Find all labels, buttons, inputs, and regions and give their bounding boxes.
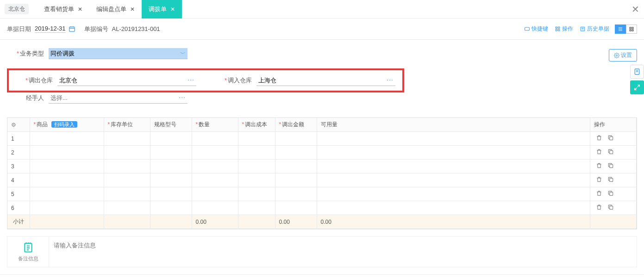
delete-icon[interactable] <box>596 190 602 197</box>
tab-label: 编辑盘点单 <box>96 5 126 13</box>
svg-rect-0 <box>69 27 75 31</box>
note-icon <box>22 241 34 253</box>
expand-icon[interactable] <box>630 80 644 94</box>
form-area: *业务类型 ﹀ *调出仓库 ··· *调入仓库 ··· <box>0 40 644 117</box>
docno-label: 单据编号 <box>84 25 108 33</box>
settings-button[interactable]: 设置 <box>609 49 637 62</box>
global-close-icon[interactable]: ✕ <box>631 4 639 15</box>
field-business-type: *业务类型 ﹀ <box>7 48 188 59</box>
warehouse-tag: 北京仓 <box>5 4 29 14</box>
svg-rect-2 <box>556 27 557 28</box>
shortcuts-link[interactable]: 快捷键 <box>524 25 548 33</box>
gear-icon[interactable]: ⚙ <box>11 122 16 128</box>
svg-rect-13 <box>610 137 613 140</box>
info-bar: 单据日期 2019-12-31 单据编号 AL-20191231-001 快捷键… <box>0 18 644 40</box>
copy-icon[interactable] <box>607 204 614 210</box>
remarks-panel: 备注信息 <box>7 236 637 267</box>
tab-edit-inventory[interactable]: 编辑盘点单 ✕ <box>89 0 142 18</box>
warehouse-highlight: *调出仓库 ··· *调入仓库 ··· <box>7 68 404 92</box>
table-row[interactable]: 4 <box>7 173 637 187</box>
delete-icon[interactable] <box>596 135 602 141</box>
items-grid: ⚙ *商品 扫码录入 *库存单位 规格型号 *数量 *调出成本 *调出金额 可用… <box>7 117 637 229</box>
remarks-title: 备注信息 <box>18 255 38 262</box>
operations-link[interactable]: 操作 <box>555 25 573 33</box>
more-icon[interactable]: ··· <box>179 93 186 101</box>
close-icon[interactable]: ✕ <box>170 6 175 12</box>
footer-bar: 放弃 保存草稿 保存&新增︿ <box>0 274 644 277</box>
close-icon[interactable]: ✕ <box>78 6 82 12</box>
table-row[interactable]: 5 <box>7 187 637 201</box>
svg-rect-4 <box>556 30 557 31</box>
table-row[interactable]: 1 <box>7 132 637 146</box>
svg-rect-18 <box>610 206 613 209</box>
copy-icon[interactable] <box>607 162 614 169</box>
date-value[interactable]: 2019-12-31 <box>35 25 66 33</box>
business-type-input[interactable] <box>49 48 188 59</box>
copy-icon[interactable] <box>607 148 614 155</box>
table-row[interactable]: 2 <box>7 146 637 160</box>
svg-rect-16 <box>610 179 613 182</box>
tab-view-sales[interactable]: 查看销货单 ✕ <box>37 0 89 18</box>
copy-icon[interactable] <box>607 176 614 183</box>
svg-rect-14 <box>610 151 613 154</box>
svg-rect-10 <box>632 30 633 31</box>
field-handler: 经手人 ··· <box>7 92 581 104</box>
docno-value: AL-20191231-001 <box>112 25 160 32</box>
chevron-down-icon[interactable]: ﹀ <box>180 50 186 58</box>
tab-label: 调拨单 <box>149 5 167 13</box>
scan-badge[interactable]: 扫码录入 <box>51 121 77 128</box>
subtotal-row: 小计 0.00 0.00 0.00 <box>7 215 637 229</box>
svg-rect-5 <box>558 30 560 31</box>
svg-rect-8 <box>632 27 633 29</box>
out-warehouse-input[interactable] <box>57 75 196 86</box>
docs-icon[interactable] <box>630 65 644 79</box>
copy-icon[interactable] <box>607 190 614 197</box>
date-label: 单据日期 <box>7 25 31 33</box>
delete-icon[interactable] <box>596 162 602 169</box>
svg-rect-15 <box>610 165 613 168</box>
svg-rect-1 <box>525 27 530 31</box>
in-warehouse-input[interactable] <box>256 75 395 86</box>
side-rail <box>630 65 644 96</box>
delete-icon[interactable] <box>596 204 602 210</box>
view-list-icon[interactable] <box>615 25 626 34</box>
more-icon[interactable]: ··· <box>387 76 394 83</box>
svg-rect-3 <box>558 27 560 28</box>
view-grid-icon[interactable] <box>626 25 637 34</box>
view-toggle <box>615 25 637 34</box>
svg-rect-7 <box>630 27 631 29</box>
history-link[interactable]: 历史单据 <box>580 25 609 33</box>
table-row[interactable]: 3 <box>7 160 637 173</box>
tabs-bar: 北京仓 查看销货单 ✕ 编辑盘点单 ✕ 调拨单 ✕ ✕ <box>0 0 644 18</box>
tab-label: 查看销货单 <box>44 5 74 13</box>
delete-icon[interactable] <box>596 148 602 155</box>
svg-rect-17 <box>610 192 613 196</box>
handler-input[interactable] <box>49 92 188 104</box>
remarks-input[interactable] <box>49 237 637 267</box>
delete-icon[interactable] <box>596 176 602 183</box>
svg-rect-9 <box>630 30 631 31</box>
close-icon[interactable]: ✕ <box>130 6 135 12</box>
table-row[interactable]: 6 <box>7 201 637 215</box>
copy-icon[interactable] <box>607 135 614 141</box>
tab-transfer-order[interactable]: 调拨单 ✕ <box>142 0 182 18</box>
more-icon[interactable]: ··· <box>188 76 194 83</box>
svg-point-11 <box>616 55 618 56</box>
calendar-icon[interactable] <box>69 25 76 33</box>
